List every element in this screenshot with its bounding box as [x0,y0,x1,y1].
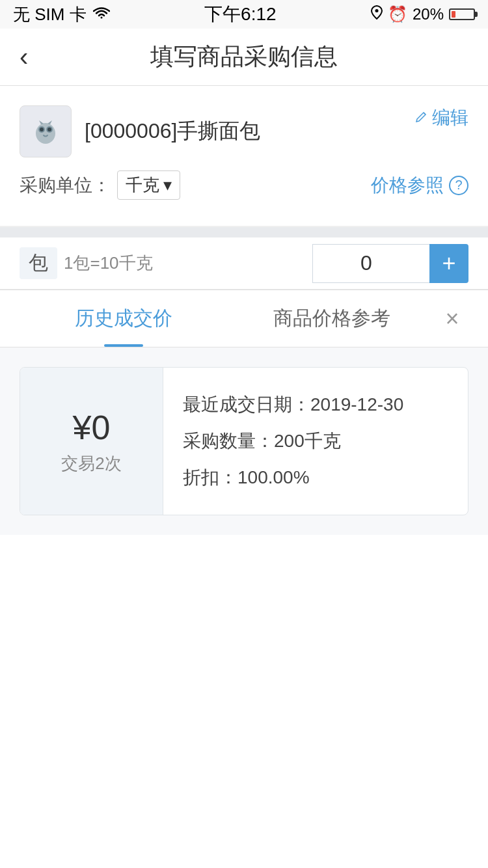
product-card: [0000006]手撕面包 编辑 采购单位： 千克 ▾ 价格参照 ? [0,86,488,226]
product-name: [0000006]手撕面包 [85,117,260,146]
svg-point-1 [36,123,55,144]
unit-select[interactable]: 千克 ▾ [117,170,180,200]
status-left: 无 SIM 卡 [13,3,110,26]
section-divider [0,227,488,237]
history-card: ¥0 交易2次 最近成交日期：2019-12-30 采购数量：200千克 折扣：… [20,367,468,515]
back-button[interactable]: ‹ [20,42,28,72]
product-thumbnail [20,105,72,157]
svg-point-0 [375,9,378,12]
panel-area: 历史成交价 商品价格参考 × ¥0 交易2次 最近成交日期：2019-12-30… [0,290,488,535]
dropdown-icon: ▾ [163,175,172,195]
empty-area [0,535,488,868]
history-price: ¥0 [73,408,111,447]
recent-date-label: 最近成交日期： [183,394,310,414]
discount-label: 折扣： [183,467,237,487]
purchase-qty-label: 采购数量： [183,431,274,451]
discount-row: 折扣：100.00% [183,464,448,491]
tab-product-price[interactable]: 商品价格参考 [228,290,436,347]
purchase-qty-value: 200千克 [274,431,341,451]
discount-value: 100.00% [237,467,310,487]
status-time: 下午6:12 [204,2,277,27]
battery-percent: 20% [413,5,444,23]
recent-date-row: 最近成交日期：2019-12-30 [183,391,448,418]
history-trades: 交易2次 [61,452,121,475]
price-value: 0 [92,409,111,446]
tab-history-label: 历史成交价 [75,305,172,332]
price-ref-label: 价格参照 [371,173,444,198]
sim-indicator: 无 SIM 卡 [13,3,87,26]
battery-icon [449,8,475,20]
price-symbol: ¥ [73,409,92,446]
quantity-unit-badge: 包 [20,247,57,279]
purchase-qty-row: 采购数量：200千克 [183,427,448,455]
history-price-section: ¥0 交易2次 [20,368,163,515]
recent-date-value: 2019-12-30 [310,394,403,414]
page-header: ‹ 填写商品采购信息 [0,29,488,86]
quantity-conversion: 1包=10千克 [64,252,153,275]
alarm-icon: ⏰ [388,5,407,23]
location-icon [371,5,383,23]
unit-label: 采购单位： [20,173,111,198]
tab-product-label: 商品价格参考 [273,305,390,332]
history-detail-section: 最近成交日期：2019-12-30 采购数量：200千克 折扣：100.00% [163,368,468,515]
svg-point-4 [40,128,44,131]
svg-point-5 [47,128,51,131]
edit-label: 编辑 [432,105,468,130]
edit-button[interactable]: 编辑 [415,105,468,130]
panel-close-button[interactable]: × [436,303,468,335]
tab-history-price[interactable]: 历史成交价 [20,290,228,347]
page-title: 填写商品采购信息 [150,41,338,73]
price-ref-button[interactable]: 价格参照 ? [371,173,468,198]
tabs-bar: 历史成交价 商品价格参考 × [0,290,488,347]
quantity-plus-button[interactable]: + [429,244,468,283]
quantity-row: 包 1包=10千克 + [0,237,488,290]
edit-icon [415,109,428,127]
unit-value: 千克 [126,174,159,197]
history-content: ¥0 交易2次 最近成交日期：2019-12-30 采购数量：200千克 折扣：… [0,347,488,535]
wifi-icon [93,5,110,25]
help-icon[interactable]: ? [449,176,468,195]
status-bar: 无 SIM 卡 下午6:12 ⏰ 20% [0,0,488,29]
quantity-input[interactable] [312,244,429,283]
status-right: ⏰ 20% [371,5,475,23]
quantity-input-group: + [312,244,468,283]
